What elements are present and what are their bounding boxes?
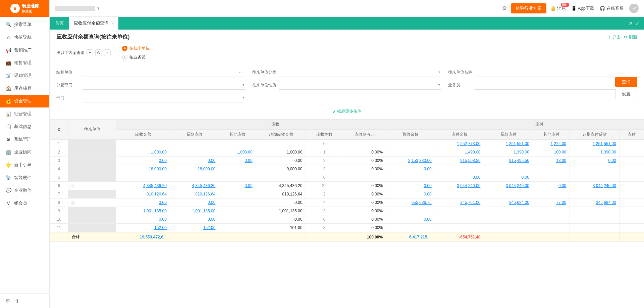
sidebar-item-member[interactable]: V 畅会员 xyxy=(0,197,49,210)
salesperson-input[interactable]: ··· xyxy=(474,80,637,90)
sidebar-item-quick[interactable]: ⌂ 快捷导航 xyxy=(0,31,49,44)
table-cell[interactable]: 0.00 xyxy=(116,215,170,224)
refresh-btn[interactable]: ↺ 刷新 xyxy=(624,34,637,40)
collapse-icon[interactable]: ⏸ xyxy=(14,298,19,304)
table-cell[interactable]: 18,000.00 xyxy=(116,165,170,173)
sidebar-item-base[interactable]: 📋 基础信息 xyxy=(0,120,49,133)
table-cell[interactable]: 655,636.75 xyxy=(386,199,435,207)
table-cell[interactable]: 0.00 xyxy=(435,173,484,182)
table-cell[interactable]: 0.00 xyxy=(170,215,219,224)
tab-expand-icon[interactable]: ⤢ xyxy=(636,20,640,27)
table-cell[interactable]: 0.00 xyxy=(170,157,219,165)
table-cell[interactable]: 77.00 xyxy=(533,199,570,207)
dept-manager-input[interactable]: ▾ xyxy=(83,80,246,90)
table-cell[interactable]: 3,044,240.00 xyxy=(570,182,620,190)
table-cell[interactable]: 1,390.00 xyxy=(570,148,620,157)
table-cell[interactable]: 1,001,135.00 xyxy=(170,207,219,215)
chevron-down-icon[interactable]: ▾ xyxy=(97,6,100,11)
table-cell[interactable]: 1,000.00 xyxy=(116,148,170,157)
table-cell[interactable]: 1,390.00 xyxy=(484,148,533,157)
customer-service-btn[interactable]: 🎧 在线客服 xyxy=(600,5,624,11)
footer-advance[interactable]: 6,417,215.... xyxy=(386,232,435,242)
table-cell[interactable]: 0.00 xyxy=(570,157,620,165)
table-cell[interactable]: 4,345,436.20 xyxy=(170,182,219,190)
table-cell[interactable]: 0.00 xyxy=(484,173,533,182)
table-cell[interactable]: 2,153,333.00 xyxy=(386,157,435,165)
table-cell[interactable]: 0.00 xyxy=(116,157,170,165)
table-cell[interactable]: 13.00 xyxy=(533,157,570,165)
table-cell[interactable]: 0.00 xyxy=(386,182,435,190)
tab-close-icon[interactable]: × xyxy=(111,21,114,26)
table-cell[interactable]: 0.00 xyxy=(219,157,256,165)
table-cell[interactable]: 1,490.00 xyxy=(435,148,484,157)
table-cell[interactable]: 0.00 xyxy=(219,182,256,190)
setting-btn[interactable]: 设置 xyxy=(615,89,637,99)
schema-by-partner[interactable]: ⊕ 按往来单位 xyxy=(119,44,152,52)
table-cell[interactable]: 810,126.64 xyxy=(170,190,219,199)
table-cell[interactable]: 1,000.00 xyxy=(219,148,256,157)
table-cell[interactable]: 152.00 xyxy=(116,224,170,232)
table-cell[interactable]: 152.00 xyxy=(170,224,219,232)
sidebar-item-search[interactable]: 🔍 搜索菜单 xyxy=(0,18,49,31)
table-cell[interactable]: 100.00 xyxy=(533,148,570,157)
dept-input[interactable]: ▾ xyxy=(83,93,246,102)
sidebar-item-guide[interactable]: 🌟 新手引导 xyxy=(0,159,49,171)
table-cell[interactable]: 18,000.00 xyxy=(170,165,219,173)
sidebar-item-purchase[interactable]: 🛒 采购管理 xyxy=(0,69,49,82)
filter-collapse-btn[interactable]: « xyxy=(104,49,111,56)
sidebar-item-hardware[interactable]: 📡 智能硬件 xyxy=(0,171,49,184)
table-cell[interactable]: 0.00 xyxy=(170,199,219,207)
table-cell[interactable]: 0.00 xyxy=(386,165,435,173)
gear-icon[interactable]: ⚙ xyxy=(502,5,507,11)
table-cell[interactable]: 345,684.00 xyxy=(570,199,620,207)
app-download-btn[interactable]: 📱 App下载 xyxy=(571,5,594,11)
settings-footer-icon[interactable]: ⚙ xyxy=(5,298,10,304)
table-cell[interactable]: 915,495.56 xyxy=(484,157,533,165)
table-receivable-group: 应收 xyxy=(116,120,435,130)
table-cell[interactable]: 3,044,240.00 xyxy=(435,182,484,190)
table-cell[interactable]: 1,251,551.00 xyxy=(484,140,533,148)
table-container[interactable]: ⚙ 往来单位 应收 应付 应收金额 贷款应收 其他应收 超期应收金额 应收笔数 … xyxy=(50,119,644,308)
sidebar-item-system[interactable]: ⚙ 系统管理 xyxy=(0,133,49,146)
table-cell[interactable]: 3,044,240.00 xyxy=(484,182,533,190)
sidebar-item-corp[interactable]: 🏢 企业协同 xyxy=(0,146,49,159)
table-cell[interactable]: 0.00 xyxy=(386,215,435,224)
partner-category-input[interactable]: ▾ xyxy=(279,68,441,77)
table-cell[interactable]: 4,345,436.20 xyxy=(116,182,170,190)
export-btn[interactable]: ↑ 导出 xyxy=(609,34,621,40)
table-cell[interactable]: 915,508.56 xyxy=(435,157,484,165)
filter-add-btn[interactable]: + xyxy=(87,49,93,56)
message-btn[interactable]: 🔔 消息 99+ xyxy=(550,5,566,11)
table-cell xyxy=(533,207,570,215)
table-cell[interactable]: 1,222.00 xyxy=(533,140,570,148)
settlement-unit-input[interactable]: ··· xyxy=(83,68,246,77)
table-cell[interactable]: 345,684.00 xyxy=(484,199,533,207)
sidebar-item-sales[interactable]: 💼 销售管理 xyxy=(0,56,49,69)
partner-nature-input[interactable]: ▾ xyxy=(279,80,441,90)
table-cell[interactable]: 0.00 xyxy=(116,199,170,207)
sidebar-item-ops[interactable]: 📊 经营管理 xyxy=(0,107,49,120)
sidebar-item-finance[interactable]: 💰 资金管理 xyxy=(0,95,49,107)
table-settings-header[interactable]: ⚙ xyxy=(50,120,68,140)
schema-by-salesperson[interactable]: ⊙ 按业务员 xyxy=(119,53,152,61)
table-cell[interactable]: 0.00 xyxy=(533,182,570,190)
filter-edit-btn[interactable]: ⊙ xyxy=(95,49,102,56)
table-cell[interactable]: 810,126.64 xyxy=(116,190,170,199)
tab-close-window-icon[interactable]: ✕ xyxy=(629,20,633,27)
tab-active[interactable]: 应收应付余额查询 × xyxy=(69,17,118,30)
table-cell[interactable]: 1,001,135.00 xyxy=(116,207,170,215)
table-cell[interactable]: 1,251,551.00 xyxy=(570,140,620,148)
sidebar-item-inventory[interactable]: 🏠 库存核算 xyxy=(0,82,49,95)
sidebar-item-wechat[interactable]: 💬 企业微信 xyxy=(0,184,49,197)
footer-ar-total[interactable]: 19,553,472,6... xyxy=(116,232,170,242)
query-btn[interactable]: 查询 xyxy=(615,77,637,87)
table-cell[interactable]: 1,252,773.00 xyxy=(435,140,484,148)
sidebar-item-marketing[interactable]: 📢 营销推广 xyxy=(0,44,49,56)
table-cell[interactable]: 0.00 xyxy=(386,190,435,199)
solution-btn[interactable]: 体验行业方案 xyxy=(511,3,546,13)
collapse-more-btn[interactable]: ∧ 收起更多条件 xyxy=(56,107,637,116)
user-avatar[interactable]: Rit xyxy=(629,4,639,13)
partner-name-input[interactable] xyxy=(475,68,637,77)
tab-home[interactable]: 首页 xyxy=(50,17,69,30)
table-cell[interactable]: 345,761.00 xyxy=(435,199,484,207)
